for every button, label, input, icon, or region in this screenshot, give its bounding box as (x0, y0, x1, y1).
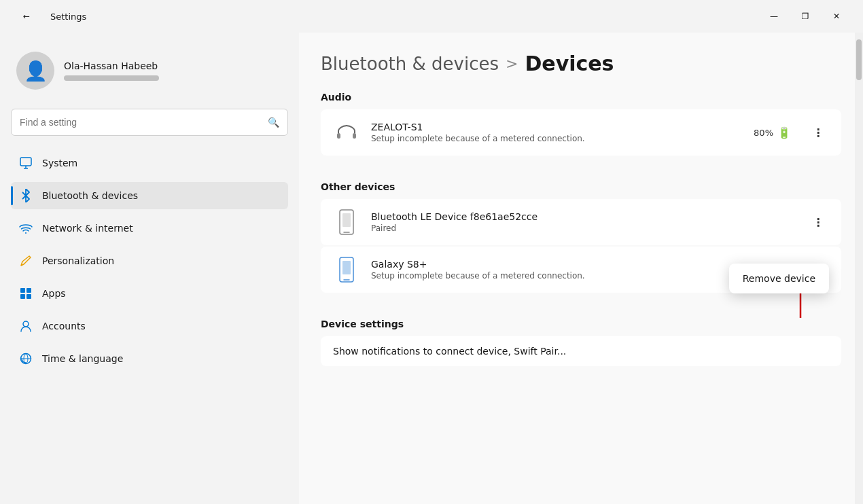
svg-rect-12 (337, 133, 340, 139)
svg-rect-16 (342, 213, 351, 227)
user-section: 👤 Ola-Hassan Habeeb (11, 46, 288, 101)
section-title-audio: Audio (321, 92, 841, 103)
zealot-name: ZEALOT-S1 (371, 122, 743, 132)
network-icon (19, 221, 33, 235)
titlebar-left: ← Settings (11, 5, 86, 27)
maximize-button[interactable]: ❐ (790, 5, 821, 27)
sidebar-item-network[interactable]: Network & internet (11, 215, 288, 242)
scrollbar-thumb[interactable] (856, 39, 862, 80)
sidebar-label-apps: Apps (42, 288, 66, 299)
scrollbar-track[interactable] (855, 33, 863, 504)
search-box[interactable]: 🔍 (11, 109, 288, 136)
sidebar-label-accounts: Accounts (42, 321, 86, 331)
ble-info: Bluetooth LE Device f8e61ae52cce Paired (371, 211, 796, 233)
sidebar-item-system[interactable]: System (11, 149, 288, 177)
headphones-icon (333, 119, 360, 146)
svg-rect-7 (27, 294, 31, 299)
breadcrumb-separator: > (506, 55, 518, 72)
galaxy-icon (333, 256, 360, 283)
svg-rect-13 (353, 133, 356, 139)
svg-rect-0 (20, 158, 31, 166)
sidebar-item-apps[interactable]: Apps (11, 280, 288, 307)
search-icon: 🔍 (268, 117, 279, 128)
svg-rect-6 (20, 294, 25, 299)
context-menu: Remove device (729, 264, 829, 293)
avatar: 👤 (16, 52, 54, 90)
section-title-other: Other devices (321, 181, 841, 192)
device-settings-hint: Show notifications to connect device, Sw… (333, 346, 566, 357)
svg-rect-5 (27, 288, 31, 293)
personalization-icon (19, 254, 33, 268)
sidebar-label-system: System (42, 158, 77, 168)
back-button[interactable]: ← (11, 5, 42, 27)
accounts-icon (19, 319, 33, 333)
svg-point-8 (23, 321, 29, 327)
user-info: Ola-Hassan Habeeb (64, 60, 159, 81)
minimize-button[interactable]: — (758, 5, 790, 27)
battery-icon: 🔋 (777, 126, 791, 139)
zealot-status: Setup incomplete because of a metered co… (371, 134, 743, 143)
ble-device-icon (333, 209, 360, 236)
sidebar-item-bluetooth[interactable]: Bluetooth & devices (11, 182, 288, 209)
section-title-device-settings: Device settings (321, 319, 841, 329)
app-body: 👤 Ola-Hassan Habeeb 🔍 System Bluetooth &… (0, 33, 863, 504)
system-icon (19, 156, 33, 170)
titlebar-controls: — ❐ ✕ (758, 5, 852, 27)
user-name: Ola-Hassan Habeeb (64, 60, 159, 71)
device-card-ble: Bluetooth LE Device f8e61ae52cce Paired … (321, 199, 841, 245)
bluetooth-icon (19, 189, 33, 202)
battery-percent: 80% (754, 128, 773, 138)
sidebar: 👤 Ola-Hassan Habeeb 🔍 System Bluetooth &… (0, 33, 299, 504)
apps-icon (19, 287, 33, 300)
svg-point-3 (25, 232, 27, 234)
time-icon (19, 352, 33, 365)
zealot-more-button[interactable]: ⋮ (807, 122, 829, 143)
ble-name: Bluetooth LE Device f8e61ae52cce (371, 211, 796, 222)
device-card-zealot: ZEALOT-S1 Setup incomplete because of a … (321, 109, 841, 156)
search-input[interactable] (20, 117, 262, 128)
sidebar-label-network: Network & internet (42, 223, 133, 234)
ble-status: Paired (371, 223, 796, 233)
remove-device-menu-item[interactable]: Remove device (729, 266, 829, 291)
breadcrumb-parent: Bluetooth & devices (321, 54, 499, 74)
sidebar-item-personalization[interactable]: Personalization (11, 247, 288, 274)
sidebar-item-time[interactable]: Time & language (11, 345, 288, 372)
main-panel: Bluetooth & devices > Devices Audio ZEAL… (299, 33, 863, 504)
sidebar-label-personalization: Personalization (42, 255, 114, 266)
zealot-info: ZEALOT-S1 Setup incomplete because of a … (371, 122, 743, 143)
titlebar: ← Settings — ❐ ✕ (0, 0, 863, 33)
close-button[interactable]: ✕ (821, 5, 852, 27)
breadcrumb-current: Devices (525, 52, 614, 75)
svg-rect-19 (342, 261, 351, 274)
ble-more-button[interactable]: ⋮ (807, 211, 829, 233)
zealot-battery: 80% 🔋 (754, 126, 791, 139)
app-title: Settings (50, 12, 86, 22)
sidebar-label-time: Time & language (42, 353, 123, 364)
device-settings-card: Show notifications to connect device, Sw… (321, 336, 841, 366)
svg-rect-4 (20, 288, 25, 293)
user-bar (64, 75, 159, 81)
sidebar-item-accounts[interactable]: Accounts (11, 312, 288, 340)
avatar-icon: 👤 (24, 60, 48, 82)
breadcrumb: Bluetooth & devices > Devices (321, 52, 841, 75)
sidebar-label-bluetooth: Bluetooth & devices (42, 190, 138, 201)
